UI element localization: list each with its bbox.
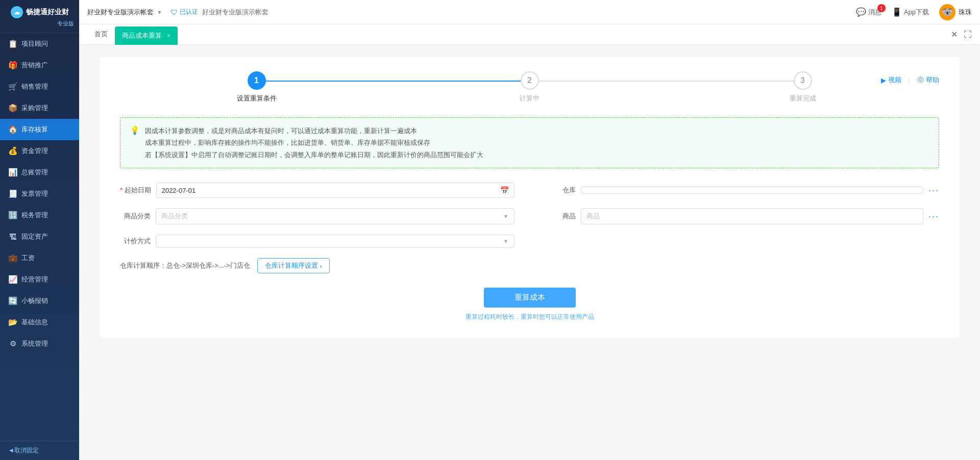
divider: | <box>909 76 910 84</box>
tab-active-label: 商品成本重算 <box>122 31 162 40</box>
expand-icon[interactable]: ⛶ <box>964 30 972 39</box>
sidebar-item-invoice[interactable]: 🧾 发票管理 <box>0 183 79 205</box>
video-help-button[interactable]: ▶ 视频 <box>881 75 901 85</box>
warehouse-order-button[interactable]: 仓库计算顺序设置 › <box>257 258 330 273</box>
category-row: 商品分类 商品分类 ▼ <box>120 208 514 224</box>
close-window-icon[interactable]: ✕ <box>951 30 958 39</box>
warehouse-order-row: 仓库计算顺序：总仓->深圳仓库->...->门店仓 仓库计算顺序设置 › <box>120 258 939 273</box>
finance-icon: 💰 <box>8 146 17 156</box>
warehouse-order-btn-label: 仓库计算顺序设置 <box>265 261 318 270</box>
warehouse-more-icon[interactable]: ··· <box>928 185 939 196</box>
sidebar-item-assets[interactable]: 🏗 固定资产 <box>0 226 79 247</box>
tab-home-label: 首页 <box>94 30 108 39</box>
account-selector[interactable]: 好业财专业版演示帐套 ▼ <box>87 8 162 17</box>
warehouse-input[interactable] <box>581 187 923 194</box>
account-name: 好业财专业版演示帐套 <box>87 8 154 17</box>
message-icon: 💬 <box>856 7 866 17</box>
sidebar-item-label: 税务管理 <box>21 211 48 220</box>
app-label: App下载 <box>904 8 929 17</box>
warning-icon: 💡 <box>130 125 140 135</box>
help-button[interactable]: ⓪ 帮助 <box>917 75 939 85</box>
sidebar-item-label: 销售管理 <box>21 82 48 91</box>
topbar-account-display: 好业财专业版演示帐套 <box>202 8 268 17</box>
sidebar-item-finance[interactable]: 💰 资金管理 <box>0 140 79 162</box>
operations-icon: 📈 <box>8 275 17 284</box>
sidebar-item-label: 发票管理 <box>21 189 48 198</box>
sidebar-item-label: 小畅报销 <box>21 296 48 305</box>
sidebar-item-inventory[interactable]: 🏠 库存核算 <box>0 119 79 140</box>
basic-icon: 📂 <box>8 318 17 327</box>
verified-badge: 🛡 已认证 好业财专业版演示帐套 <box>170 8 268 17</box>
category-arrow-icon: ▼ <box>503 213 509 219</box>
sidebar-item-operations[interactable]: 📈 经营管理 <box>0 269 79 290</box>
sidebar-item-label: 总账管理 <box>21 168 48 177</box>
help-icon: ⓪ <box>917 75 924 85</box>
project-icon: 📋 <box>8 39 17 48</box>
goods-label: 商品 <box>545 212 576 221</box>
info-box: 💡 因成本计算参数调整，或是对商品成本有疑问时，可以通过成本重算功能，重新计算一… <box>120 117 939 168</box>
unpin-label: ◄取消固定 <box>8 446 39 455</box>
tax-icon: 🔢 <box>8 211 17 220</box>
pricing-arrow-icon: ▼ <box>503 238 509 244</box>
step-1-circle: 1 <box>248 71 266 90</box>
sidebar-edition: 专业版 <box>57 20 74 28</box>
step-2-label: 计算中 <box>520 94 540 103</box>
calendar-icon[interactable]: 📅 <box>500 186 509 194</box>
salary-icon: 💼 <box>8 253 17 263</box>
message-button[interactable]: 💬 消息 1 <box>856 7 881 17</box>
sidebar-item-tax[interactable]: 🔢 税务管理 <box>0 205 79 226</box>
sidebar-item-basic[interactable]: 📂 基础信息 <box>0 312 79 333</box>
sidebar-item-label: 基础信息 <box>21 318 48 327</box>
submit-area: 重算成本 重算过程耗时较长，重算时您可以正常使用产品 <box>120 288 939 321</box>
start-date-input[interactable]: 2022-07-01 📅 <box>156 183 514 198</box>
pricing-select[interactable]: ▼ <box>156 235 514 248</box>
user-avatar-button[interactable]: 🐨 珠珠 <box>939 4 972 20</box>
steps-help: ▶ 视频 | ⓪ 帮助 <box>881 75 939 85</box>
sidebar-item-sales[interactable]: 🛒 销售管理 <box>0 76 79 97</box>
info-text: 因成本计算参数调整，或是对商品成本有疑问时，可以通过成本重算功能，重新计算一遍成… <box>145 125 483 161</box>
pricing-label: 计价方式 <box>120 237 151 246</box>
step-2-circle: 2 <box>521 71 539 90</box>
sidebar-item-label: 经营管理 <box>21 275 48 284</box>
goods-input[interactable]: 商品 <box>581 208 923 224</box>
step-3-circle: 3 <box>794 71 812 90</box>
tabbar: 首页 商品成本重算 × ✕ ⛶ <box>79 24 980 45</box>
sidebar-item-project[interactable]: 📋 项目顾问 <box>0 33 79 55</box>
sidebar-logo-top: ☁ 畅捷通好业财 <box>11 6 69 18</box>
sidebar-item-system[interactable]: ⚙ 系统管理 <box>0 333 79 354</box>
step-1-num: 1 <box>254 76 259 85</box>
play-icon: ▶ <box>881 76 886 84</box>
ledger-icon: 📊 <box>8 168 17 177</box>
tab-cost-recalc[interactable]: 商品成本重算 × <box>115 27 178 45</box>
sidebar-item-ledger[interactable]: 📊 总账管理 <box>0 162 79 183</box>
logo-text: 畅捷通好业财 <box>26 8 69 17</box>
sidebar-item-marketing[interactable]: 🎁 营销推广 <box>0 55 79 76</box>
category-select[interactable]: 商品分类 ▼ <box>156 208 514 224</box>
warehouse-label: 仓库 <box>545 186 576 195</box>
logo-icon: ☁ <box>11 6 23 18</box>
purchase-icon: 📦 <box>8 104 17 113</box>
sidebar-item-label: 采购管理 <box>21 104 48 113</box>
tab-home[interactable]: 首页 <box>87 24 115 45</box>
submit-button[interactable]: 重算成本 <box>484 288 576 308</box>
sidebar-item-salary[interactable]: 💼 工资 <box>0 247 79 269</box>
goods-more-icon[interactable]: ··· <box>928 211 939 222</box>
sidebar-item-label: 项目顾问 <box>21 39 48 48</box>
sidebar-item-label: 系统管理 <box>21 339 48 348</box>
sidebar-item-label: 库存核算 <box>21 125 48 134</box>
sidebar-item-purchase[interactable]: 📦 采购管理 <box>0 97 79 119</box>
step-1: 1 设置重算条件 <box>120 71 393 103</box>
step-1-label: 设置重算条件 <box>237 94 277 103</box>
goods-placeholder: 商品 <box>586 212 918 221</box>
sidebar-unpin-button[interactable]: ◄取消固定 <box>0 441 79 460</box>
tab-close-icon[interactable]: × <box>167 32 170 39</box>
avatar: 🐨 <box>939 4 955 20</box>
video-label: 视频 <box>888 75 901 85</box>
sidebar-item-expense[interactable]: 🔄 小畅报销 <box>0 290 79 312</box>
content-area: 1 设置重算条件 2 计算中 3 重算完成 <box>79 45 980 460</box>
step-2-num: 2 <box>527 76 532 85</box>
sidebar-item-label: 工资 <box>21 253 35 263</box>
step-3-num: 3 <box>800 76 805 85</box>
app-download-button[interactable]: 📱 App下载 <box>892 7 929 17</box>
sales-icon: 🛒 <box>8 82 17 91</box>
